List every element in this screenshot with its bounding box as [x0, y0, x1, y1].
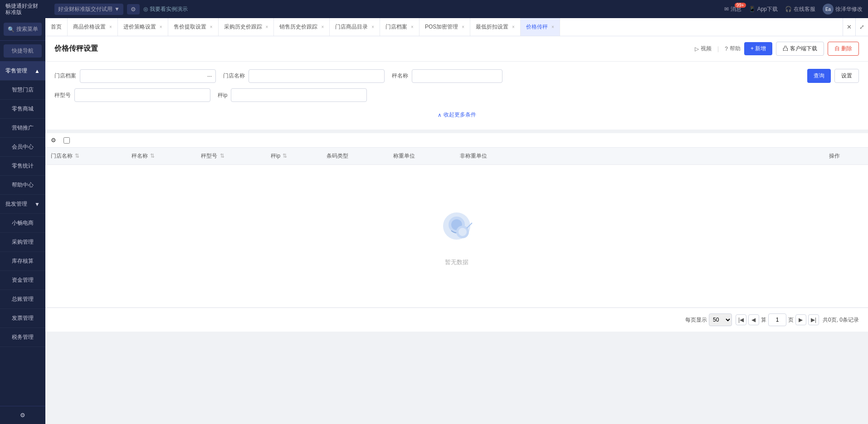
filter-store-archive: 门店档案 ··· — [54, 69, 216, 83]
tab-price-scale-close[interactable]: × — [551, 24, 554, 29]
delete-label: 自 删除 — [834, 45, 852, 53]
video-label: 视频 — [701, 45, 712, 53]
tab-sale-history[interactable]: 销售历史价跟踪 × — [274, 18, 330, 36]
page-prev-button[interactable]: ◀ — [748, 314, 759, 325]
sidebar-item-member-center[interactable]: 会员中心 — [0, 138, 45, 157]
tab-sale-history-close[interactable]: × — [321, 24, 324, 29]
page-size-dropdown[interactable]: 50 10 20 100 — [709, 313, 732, 326]
col-scale-name: 秤名称 ⇅ — [126, 148, 195, 165]
query-button[interactable]: 查询 — [807, 69, 831, 83]
tab-store-catalog-close[interactable]: × — [371, 24, 374, 29]
sidebar-item-label: 采购管理 — [12, 238, 34, 246]
collapse-button[interactable]: ∧ 收起更多条件 — [438, 111, 476, 119]
filter-area: 门店档案 ··· 门店名称 秤名称 — [45, 62, 868, 130]
col-weigh-unit-label: 称重单位 — [393, 153, 415, 159]
user-info[interactable]: Ea 徐泽华修改 — [823, 4, 863, 14]
store-name-input[interactable] — [249, 69, 385, 83]
tab-sale-extract[interactable]: 售价提取设置 × — [168, 18, 219, 36]
tab-purchase-history-close[interactable]: × — [266, 24, 268, 29]
app-container: 畅捷通好业财 标准版 好业财标准版交付试用 ▼ ⚙ ◎ 我要看实例演示 ✉ 消息… — [0, 0, 868, 424]
filter-row-1: 门店档案 ··· 门店名称 秤名称 — [54, 69, 859, 83]
download-icon: 📱 — [749, 6, 756, 12]
collapse-row: ∧ 收起更多条件 — [54, 107, 859, 122]
tab-price-settings-close[interactable]: × — [109, 24, 112, 29]
help-link[interactable]: ? 帮助 — [725, 45, 741, 53]
download-label: 凸 客户端下载 — [783, 45, 817, 53]
tab-min-discount-close[interactable]: × — [512, 24, 515, 29]
sidebar-item-retail-mgmt[interactable]: 零售管理 ▲ — [0, 62, 45, 81]
sidebar-item-invoice-mgmt[interactable]: 发票管理 — [0, 309, 45, 328]
video-link[interactable]: ▷ 视频 — [695, 45, 712, 53]
chevron-up-icon: ▲ — [34, 68, 40, 74]
download-button[interactable]: 凸 客户端下载 — [776, 42, 824, 56]
table-config-button[interactable]: ⚙ — [51, 137, 56, 144]
ellipsis-icon: ··· — [207, 73, 212, 79]
tab-price-scale[interactable]: 价格传秤 × — [521, 18, 560, 36]
quick-nav-button[interactable]: 快捷导航 — [4, 44, 42, 58]
sidebar-item-xiaochang-ecom[interactable]: 小畅电商 — [0, 214, 45, 233]
app-download-button[interactable]: 📱 App下载 — [749, 5, 778, 13]
chevron-down-icon: ▼ — [34, 201, 40, 207]
tab-store-catalog[interactable]: 门店商品目录 × — [330, 18, 380, 36]
chevron-up-icon: ∧ — [438, 112, 442, 118]
version-select[interactable]: 好业财标准版交付试用 ▼ — [54, 4, 123, 15]
sidebar-item-label: 发票管理 — [12, 314, 34, 322]
scale-model-input[interactable] — [74, 88, 210, 102]
sidebar-item-label: 税务管理 — [12, 333, 34, 341]
sidebar-item-help-center[interactable]: 帮助中心 — [0, 176, 45, 195]
add-button[interactable]: + 新增 — [744, 42, 772, 55]
sidebar-item-marketing[interactable]: 营销推广 — [0, 119, 45, 138]
tab-store-archive[interactable]: 门店档案 × — [380, 18, 419, 36]
messages-button[interactable]: ✉ 消息 99+ — [724, 5, 741, 13]
tab-close-button[interactable]: ✕ — [843, 18, 855, 36]
scale-name-input[interactable] — [412, 69, 502, 83]
tab-pos-mgmt[interactable]: POS加密管理 × — [419, 18, 470, 36]
sidebar-item-finance[interactable]: 资金管理 — [0, 271, 45, 290]
tab-purchase-strategy[interactable]: 进价策略设置 × — [118, 18, 168, 36]
page-input[interactable] — [768, 313, 786, 326]
tab-store-archive-close[interactable]: × — [411, 24, 414, 29]
version-label: 好业财标准版交付试用 — [58, 5, 112, 13]
online-service-button[interactable]: 🎧 在线客服 — [785, 5, 815, 13]
delete-button[interactable]: 自 删除 — [828, 42, 859, 56]
page-first-button[interactable]: |◀ — [736, 314, 746, 325]
tab-home[interactable]: 首页 — [45, 18, 68, 36]
sort-icon-scale-ip[interactable]: ⇅ — [283, 153, 287, 159]
sidebar-item-retail-mall[interactable]: 零售商城 — [0, 100, 45, 119]
tab-purchase-history[interactable]: 采购历史价跟踪 × — [219, 18, 274, 36]
sidebar-item-retail-stats[interactable]: 零售统计 — [0, 157, 45, 176]
demo-link[interactable]: ◎ 我要看实例演示 — [143, 5, 188, 13]
filter-settings-button[interactable]: 设置 — [834, 69, 859, 83]
page-next-button[interactable]: ▶ — [795, 314, 806, 325]
sidebar-item-general-ledger[interactable]: 总账管理 — [0, 290, 45, 309]
tab-purchase-strategy-close[interactable]: × — [160, 24, 162, 29]
sidebar-item-label: 帮助中心 — [12, 181, 34, 189]
store-archive-select[interactable]: ··· — [80, 69, 216, 83]
tab-min-discount[interactable]: 最低折扣设置 × — [470, 18, 521, 36]
page-size-label: 每页显示 — [685, 316, 707, 324]
sort-icon-scale-name[interactable]: ⇅ — [150, 153, 155, 159]
sidebar-item-wholesale-mgmt[interactable]: 批发管理 ▼ — [0, 195, 45, 214]
tab-pos-mgmt-close[interactable]: × — [462, 24, 464, 29]
sidebar-item-label: 营销推广 — [12, 124, 34, 132]
empty-row: 暂无数据 — [45, 165, 868, 308]
sidebar-item-inventory[interactable]: 库存核算 — [0, 252, 45, 271]
sort-icon-store-name[interactable]: ⇅ — [75, 153, 79, 159]
select-all-checkbox[interactable] — [63, 137, 70, 144]
sort-icon-scale-model[interactable]: ⇅ — [220, 153, 224, 159]
page-last-button[interactable]: ▶| — [808, 314, 819, 325]
sidebar-item-label: 零售管理 — [5, 67, 27, 75]
messages-badge: 99+ — [735, 3, 746, 8]
sidebar-item-tax-mgmt[interactable]: 税务管理 — [0, 328, 45, 347]
headset-icon: 🎧 — [785, 6, 792, 12]
sidebar-item-smart-store[interactable]: 智慧门店 — [0, 81, 45, 100]
sidebar-settings-button[interactable]: ⚙ — [0, 406, 45, 424]
tab-sale-extract-close[interactable]: × — [210, 24, 213, 29]
settings-gear-button[interactable]: ⚙ — [127, 4, 140, 14]
tab-price-settings[interactable]: 商品价格设置 × — [68, 18, 118, 36]
scale-ip-input[interactable] — [231, 88, 367, 102]
sidebar-item-purchase-mgmt[interactable]: 采购管理 — [0, 233, 45, 252]
search-menu-button[interactable]: 🔍 搜索菜单 — [4, 23, 42, 36]
demo-label: 我要看实例演示 — [150, 5, 188, 13]
tab-maximize-button[interactable]: ⤢ — [855, 18, 868, 36]
